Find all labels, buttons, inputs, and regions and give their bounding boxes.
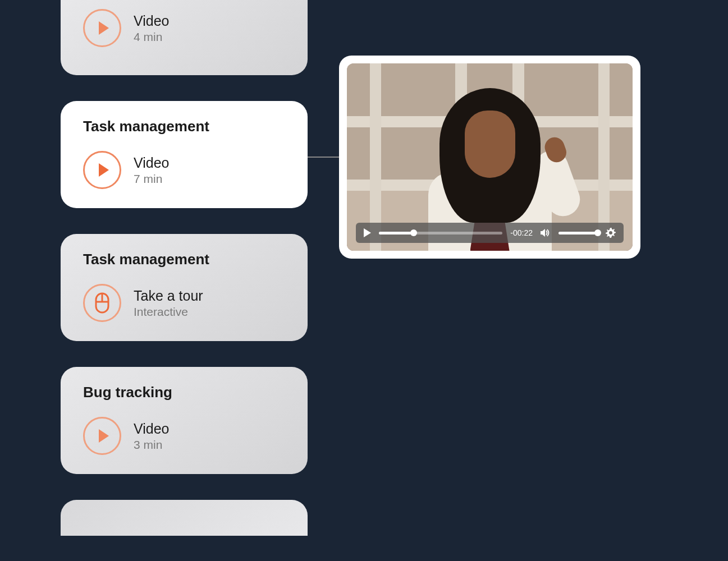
volume-thumb[interactable]: [594, 229, 601, 236]
content-type-label: Take a tour: [134, 288, 203, 304]
progress-thumb[interactable]: [410, 229, 417, 236]
video-player: -00:22: [339, 56, 640, 259]
play-button[interactable]: [364, 228, 371, 237]
content-type-label: Video: [134, 13, 170, 29]
card-body: Take a tour Interactive: [83, 284, 285, 322]
card-title: Task management: [83, 251, 285, 268]
card-title: Task management: [83, 118, 285, 135]
video-controls: -00:22: [356, 223, 624, 243]
lesson-card[interactable]: Video 4 min: [61, 0, 308, 75]
card-body: Video 4 min: [83, 9, 170, 47]
content-meta: 7 min: [134, 172, 170, 186]
lesson-card[interactable]: Task management Take a tour Interactive: [61, 234, 308, 341]
lesson-card-list: Video 4 min Task management Video 7 min …: [61, 0, 308, 561]
play-icon: [83, 417, 121, 455]
lesson-card-active[interactable]: Task management Video 7 min: [61, 101, 308, 208]
lesson-card[interactable]: Bug tracking Video 3 min: [61, 367, 308, 474]
card-body: Video 7 min: [83, 151, 285, 189]
content-type-label: Video: [134, 421, 170, 437]
content-meta: 4 min: [134, 30, 170, 44]
time-remaining: -00:22: [510, 228, 533, 237]
card-title: Bug tracking: [83, 384, 285, 401]
card-text: Video 4 min: [134, 13, 170, 44]
lesson-card[interactable]: [61, 500, 308, 536]
volume-icon[interactable]: [541, 228, 551, 237]
content-meta: Interactive: [134, 305, 203, 319]
card-text: Video 3 min: [134, 421, 170, 452]
card-text: Take a tour Interactive: [134, 288, 203, 319]
content-type-label: Video: [134, 155, 170, 171]
card-text: Video 7 min: [134, 155, 170, 186]
video-frame[interactable]: -00:22: [347, 63, 633, 251]
settings-icon[interactable]: [606, 228, 616, 238]
progress-bar[interactable]: [379, 232, 502, 234]
play-icon: [83, 9, 121, 47]
mouse-icon: [83, 284, 121, 322]
connector-line: [308, 157, 339, 158]
card-body: Video 3 min: [83, 417, 285, 455]
volume-slider[interactable]: [558, 232, 598, 234]
content-meta: 3 min: [134, 438, 170, 452]
play-icon: [83, 151, 121, 189]
